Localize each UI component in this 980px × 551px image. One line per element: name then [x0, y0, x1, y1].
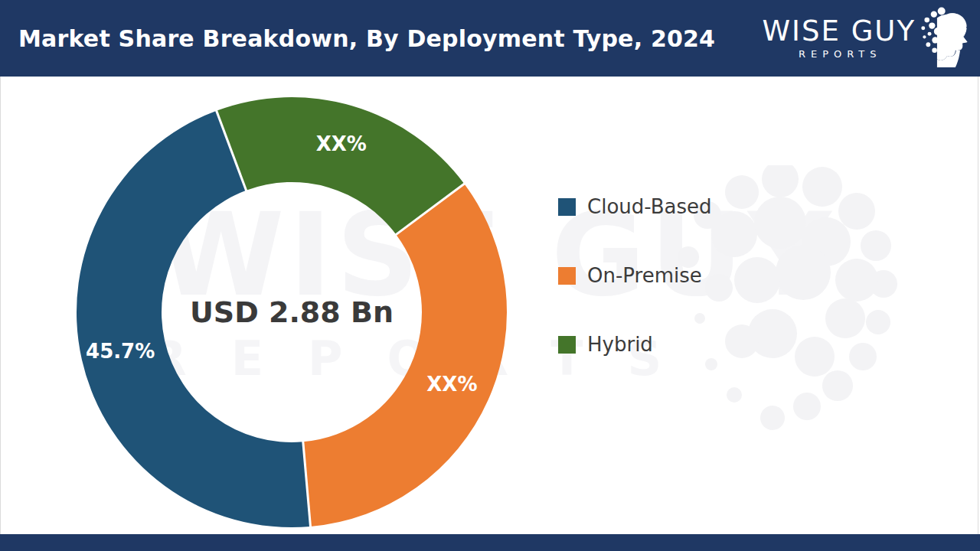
- chart-canvas: WISE GUY REPORTS 45.7%XX%XX% USD 2.88 Bn…: [0, 77, 978, 534]
- logo-wordmark: WISE GUY: [763, 17, 916, 45]
- legend-label: Cloud-Based: [587, 197, 712, 217]
- wiseguy-logo: WISE GUY REPORTS: [763, 6, 969, 70]
- slice-label-hybrid: XX%: [316, 132, 367, 155]
- donut-slice-on-premise: [303, 184, 507, 527]
- legend-item-hybrid: Hybrid: [558, 334, 712, 355]
- legend-swatch-on-premise: [558, 267, 576, 285]
- page-title: Market Share Breakdown, By Deployment Ty…: [18, 25, 715, 52]
- logo-face-icon: [919, 6, 969, 70]
- header-bar: Market Share Breakdown, By Deployment Ty…: [0, 0, 980, 77]
- legend-item-on-premise: On-Premise: [558, 265, 712, 286]
- legend-swatch-hybrid: [558, 336, 576, 354]
- slice-label-cloud-based: 45.7%: [86, 340, 155, 363]
- donut-center-value: USD 2.88 Bn: [190, 295, 394, 329]
- footer-bar: [0, 534, 980, 551]
- slice-label-on-premise: XX%: [426, 373, 477, 396]
- chart-legend: Cloud-Based On-Premise Hybrid: [558, 196, 712, 403]
- legend-label: Hybrid: [587, 334, 653, 354]
- legend-label: On-Premise: [587, 266, 702, 285]
- legend-swatch-cloud-based: [558, 198, 576, 216]
- logo-text: WISE GUY REPORTS: [763, 17, 916, 60]
- legend-item-cloud-based: Cloud-Based: [558, 196, 712, 217]
- logo-subtitle: REPORTS: [765, 48, 916, 60]
